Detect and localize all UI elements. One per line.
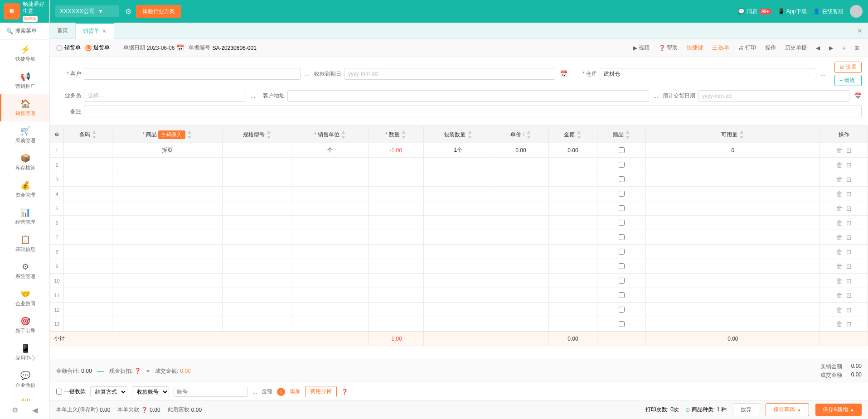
cell-pack-qty[interactable] <box>423 158 493 172</box>
cell-product[interactable] <box>112 158 223 172</box>
payment-checkbox-input[interactable] <box>56 389 62 395</box>
cell-amount[interactable]: 0.00 <box>548 143 597 158</box>
cell-barcode[interactable] <box>64 259 112 274</box>
cell-product[interactable] <box>112 172 223 187</box>
cell-pack-qty[interactable] <box>423 230 493 245</box>
copy-row-btn[interactable]: ⊡ <box>845 204 853 213</box>
cell-pack-qty[interactable]: 1个 <box>423 143 493 158</box>
cell-pack-qty[interactable] <box>423 303 493 317</box>
cell-barcode[interactable] <box>64 274 112 288</box>
collapse-icon[interactable]: ◀ <box>32 406 38 414</box>
cell-sales-unit[interactable] <box>292 245 368 259</box>
grid-view-btn[interactable]: ⊞ <box>852 43 862 53</box>
message-btn[interactable]: 💬 消息 99+ <box>738 8 771 15</box>
cell-product[interactable] <box>112 274 223 288</box>
cell-unit-price[interactable] <box>493 216 549 230</box>
cell-gift[interactable] <box>597 317 646 332</box>
copy-row-btn[interactable]: ⊡ <box>845 319 853 328</box>
sidebar-item-13[interactable]: 👑畅会员 <box>0 393 49 401</box>
cell-spec[interactable] <box>223 158 292 172</box>
sidebar-item-2[interactable]: 🏠销售管理 <box>0 94 49 121</box>
cell-pack-qty[interactable] <box>423 288 493 303</box>
cell-gift[interactable] <box>597 216 646 230</box>
cell-product[interactable] <box>112 317 223 332</box>
cell-spec[interactable] <box>223 274 292 288</box>
cell-barcode[interactable] <box>64 187 112 201</box>
fee-help-icon[interactable]: ❓ <box>341 389 348 395</box>
cell-amount[interactable] <box>548 303 597 317</box>
cell-spec[interactable] <box>223 230 292 245</box>
date-calendar-icon[interactable]: 📅 <box>176 44 184 52</box>
cell-amount[interactable] <box>548 230 597 245</box>
copy-row-btn[interactable]: ⊡ <box>845 146 853 155</box>
cell-sales-unit[interactable] <box>292 317 368 332</box>
cell-quantity[interactable] <box>368 158 423 172</box>
cell-sales-unit[interactable] <box>292 288 368 303</box>
cell-spec[interactable] <box>223 216 292 230</box>
discount-help-icon[interactable]: ❓ <box>134 368 141 374</box>
copy-row-btn[interactable]: ⊡ <box>845 291 853 300</box>
shortcut-btn[interactable]: 快捷键 <box>684 43 706 53</box>
settings-btn[interactable]: ⚙ 设置 <box>834 62 862 73</box>
one-click-payment[interactable]: 一键收款 <box>56 388 86 395</box>
tab-sales-order[interactable]: 销货单 ✕ <box>76 23 114 39</box>
cell-unit-price[interactable] <box>493 172 549 187</box>
tab-close-icon[interactable]: ✕ <box>102 28 107 34</box>
cell-gift[interactable] <box>597 259 646 274</box>
copy-row-btn[interactable]: ⊡ <box>845 262 853 271</box>
delete-row-btn[interactable]: 🗑 <box>835 204 844 213</box>
cell-barcode[interactable] <box>64 172 112 187</box>
cell-quantity[interactable] <box>368 216 423 230</box>
cell-gift[interactable] <box>597 143 646 158</box>
gift-checkbox[interactable] <box>619 278 625 284</box>
cell-barcode[interactable] <box>64 288 112 303</box>
copy-row-btn[interactable]: ⊡ <box>845 233 853 242</box>
sidebar-item-8[interactable]: ⚙系统管理 <box>0 257 49 284</box>
cell-barcode[interactable] <box>64 216 112 230</box>
cell-sales-unit[interactable] <box>292 303 368 317</box>
delete-row-btn[interactable]: 🗑 <box>835 319 844 328</box>
cell-spec[interactable] <box>223 303 292 317</box>
cell-sales-unit[interactable] <box>292 158 368 172</box>
delete-row-btn[interactable]: 🗑 <box>835 233 844 242</box>
operation-btn[interactable]: 操作 <box>762 43 779 53</box>
cell-gift[interactable] <box>597 303 646 317</box>
app-download-btn[interactable]: 📱 App下载 <box>778 8 807 15</box>
cell-product[interactable] <box>112 230 223 245</box>
cell-unit-price[interactable] <box>493 245 549 259</box>
th-settings[interactable]: ⚙ <box>50 126 64 143</box>
expected-delivery-input[interactable]: yyyy-mm-dd <box>698 90 849 102</box>
delete-row-btn[interactable]: 🗑 <box>835 247 844 256</box>
sidebar-item-0[interactable]: ⚡快捷导航 <box>0 40 49 67</box>
gift-checkbox[interactable] <box>619 147 625 153</box>
cell-quantity[interactable] <box>368 303 423 317</box>
copy-row-btn[interactable]: ⊡ <box>845 305 853 314</box>
prev-btn[interactable]: ◀ <box>813 43 823 53</box>
video-btn[interactable]: ▶ 视频 <box>630 43 652 53</box>
delete-row-btn[interactable]: 🗑 <box>835 305 844 314</box>
cell-sales-unit[interactable] <box>292 187 368 201</box>
company-selector[interactable]: XXXXXX公司 ▼ <box>55 5 119 17</box>
sidebar-item-9[interactable]: 🤝企业协同 <box>0 284 49 312</box>
cell-gift[interactable] <box>597 172 646 187</box>
cell-product[interactable]: 拆页 <box>112 143 223 158</box>
cell-amount[interactable] <box>548 187 597 201</box>
cell-barcode[interactable] <box>64 230 112 245</box>
cell-product[interactable] <box>112 303 223 317</box>
settings-icon[interactable]: ⚙ <box>12 406 18 414</box>
cell-amount[interactable] <box>548 201 597 216</box>
cell-quantity[interactable] <box>368 172 423 187</box>
gift-checkbox[interactable] <box>619 249 625 255</box>
payment-due-calendar-icon[interactable]: 📅 <box>560 70 567 77</box>
delete-row-btn[interactable]: 🗑 <box>835 218 844 227</box>
warehouse-input[interactable]: 建材仓 <box>600 68 816 80</box>
cell-spec[interactable] <box>223 201 292 216</box>
return-order-radio[interactable]: 退货单 <box>85 44 110 52</box>
cell-pack-qty[interactable] <box>423 245 493 259</box>
cell-product[interactable] <box>112 245 223 259</box>
sidebar-item-7[interactable]: 📋基础信息 <box>0 230 49 257</box>
cell-unit-price[interactable]: 0.00 <box>493 143 549 158</box>
cell-unit-price[interactable] <box>493 274 549 288</box>
cell-unit-price[interactable] <box>493 158 549 172</box>
cell-product[interactable] <box>112 259 223 274</box>
